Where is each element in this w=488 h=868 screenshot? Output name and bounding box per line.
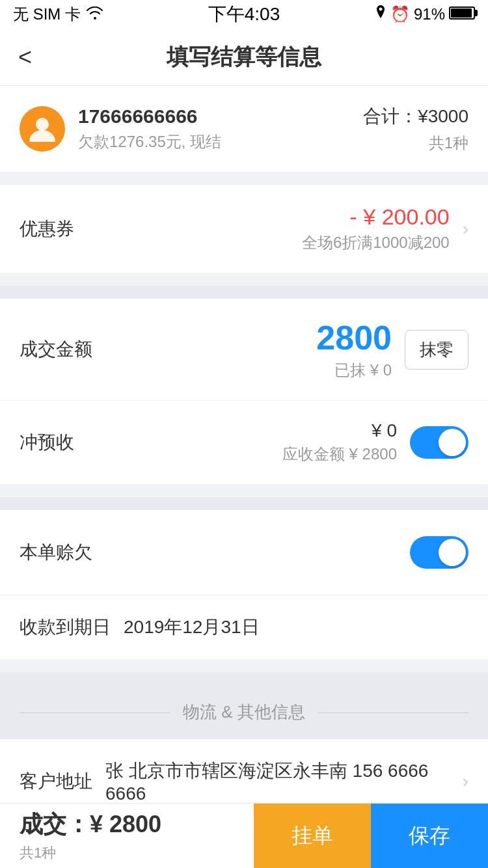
- divider-3: [0, 672, 488, 685]
- amount-section: 成交金额 2800 已抹 ¥ 0 抹零 冲预收 ¥ 0 应收金额 ¥ 2800: [0, 299, 488, 484]
- status-time: 下午4:03: [208, 2, 280, 27]
- customer-right: 合计：¥3000 共1种: [363, 104, 468, 154]
- coupon-label: 优惠券: [20, 217, 74, 241]
- nav-title: 填写结算等信息: [167, 42, 321, 72]
- round-button[interactable]: 抹零: [405, 330, 468, 370]
- coupon-discount: - ¥ 200.00: [302, 204, 450, 230]
- address-chevron-icon: ›: [463, 771, 468, 792]
- address-label: 客户地址: [20, 769, 92, 794]
- battery-percent: 91%: [414, 5, 445, 23]
- precharge-row: 冲预收 ¥ 0 应收金额 ¥ 2800: [0, 400, 488, 484]
- divider-2: [0, 497, 488, 510]
- save-button[interactable]: 保存: [371, 804, 488, 869]
- battery-icon: [449, 5, 475, 23]
- bottom-bar: 成交：¥ 2800 共1种 挂单 保存: [0, 803, 488, 868]
- location-icon: [375, 5, 386, 23]
- amount-sub: 已抹 ¥ 0: [316, 360, 392, 381]
- precharge-amount: ¥ 0: [282, 420, 397, 441]
- precharge-amount-wrap: ¥ 0 应收金额 ¥ 2800: [282, 420, 397, 465]
- precharge-label: 冲预收: [20, 430, 74, 455]
- status-bar: 无 SIM 卡 下午4:03 ⏰ 91%: [0, 0, 488, 29]
- customer-card: 17666666666 欠款1276.35元, 现结 合计：¥3000 共1种: [0, 86, 488, 172]
- customer-sub: 欠款1276.35元, 现结: [78, 131, 221, 152]
- avatar: [20, 106, 65, 152]
- logistics-header: 物流 & 其他信息: [0, 685, 488, 739]
- customer-left: 17666666666 欠款1276.35元, 现结: [20, 105, 221, 152]
- total-value: ¥3000: [418, 106, 468, 126]
- precharge-sub: 应收金额 ¥ 2800: [282, 444, 397, 465]
- amount-row: 成交金额 2800 已抹 ¥ 0 抹零: [0, 299, 488, 400]
- customer-info: 17666666666 欠款1276.35元, 现结: [78, 105, 221, 152]
- bottom-summary: 成交：¥ 2800 共1种: [0, 809, 254, 863]
- coupon-detail: 全场6折满1000减200: [302, 232, 450, 253]
- coupon-right: - ¥ 200.00 全场6折满1000减200 ›: [302, 204, 468, 253]
- address-value: 张 北京市市辖区海淀区永丰南 156 6666 6666: [92, 759, 456, 804]
- debt-toggle-knob: [439, 539, 466, 566]
- duedate-value: 2019年12月31日: [124, 615, 260, 640]
- toggle-knob: [439, 429, 466, 456]
- nav-bar: < 填写结算等信息: [0, 29, 488, 86]
- bottom-total: 成交：¥ 2800: [20, 809, 234, 841]
- coupon-section: 优惠券 - ¥ 200.00 全场6折满1000减200 ›: [0, 185, 488, 273]
- back-button[interactable]: <: [18, 44, 32, 71]
- total-label: 合计：: [363, 106, 418, 126]
- logistics-title: 物流 & 其他信息: [170, 701, 318, 724]
- bottom-summary-label: 成交：: [20, 811, 90, 837]
- amount-label: 成交金额: [20, 337, 92, 362]
- amount-value: 2800: [316, 318, 392, 357]
- alarm-icon: ⏰: [390, 5, 410, 23]
- coupon-chevron-icon: ›: [463, 219, 468, 239]
- coupon-right-wrap: - ¥ 200.00 全场6折满1000减200: [302, 204, 450, 253]
- debt-row: 本单赊欠: [0, 510, 488, 595]
- duedate-row: 收款到期日 2019年12月31日: [0, 595, 488, 659]
- suspend-button[interactable]: 挂单: [254, 804, 371, 869]
- bottom-count: 共1种: [20, 843, 234, 863]
- debt-section: 本单赊欠 收款到期日 2019年12月31日: [0, 510, 488, 659]
- customer-total: 合计：¥3000: [363, 104, 468, 129]
- status-left: 无 SIM 卡: [13, 4, 104, 25]
- status-right: ⏰ 91%: [375, 5, 475, 23]
- precharge-toggle[interactable]: [410, 426, 468, 459]
- customer-count: 共1种: [363, 133, 468, 154]
- debt-label: 本单赊欠: [20, 540, 92, 565]
- debt-toggle[interactable]: [410, 536, 468, 569]
- carrier-text: 无 SIM 卡: [13, 4, 81, 25]
- wifi-icon: [86, 5, 104, 23]
- amount-value-wrap: 2800 已抹 ¥ 0: [316, 318, 392, 381]
- content: 17666666666 欠款1276.35元, 现结 合计：¥3000 共1种 …: [0, 86, 488, 868]
- precharge-right: ¥ 0 应收金额 ¥ 2800: [282, 420, 468, 465]
- duedate-label: 收款到期日: [20, 615, 111, 640]
- amount-right: 2800 已抹 ¥ 0 抹零: [316, 318, 468, 381]
- customer-phone: 17666666666: [78, 105, 221, 128]
- coupon-row[interactable]: 优惠券 - ¥ 200.00 全场6折满1000减200 ›: [0, 185, 488, 273]
- svg-point-0: [36, 118, 49, 131]
- bottom-summary-value: ¥ 2800: [90, 811, 161, 837]
- divider-1: [0, 286, 488, 299]
